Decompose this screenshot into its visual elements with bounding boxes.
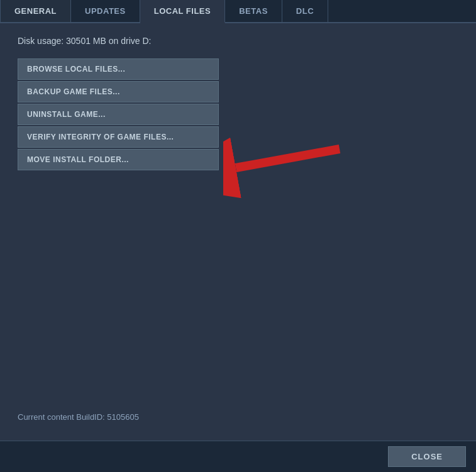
move-install-folder-button[interactable]: MOVE INSTALL FOLDER...: [18, 149, 219, 170]
main-content: Disk usage: 30501 MB on drive D: BROWSE …: [0, 23, 476, 441]
tab-updates[interactable]: UPDATES: [71, 0, 140, 22]
svg-line-1: [236, 149, 340, 168]
tab-general[interactable]: GENERAL: [0, 0, 71, 22]
tab-betas[interactable]: BETAS: [225, 0, 282, 22]
uninstall-game-button[interactable]: UNINSTALL GAME...: [18, 104, 219, 125]
arrow-annotation: [223, 133, 343, 202]
tab-bar: GENERAL UPDATES LOCAL FILES BETAS DLC: [0, 0, 476, 23]
steam-properties-window: GENERAL UPDATES LOCAL FILES BETAS DLC Di…: [0, 0, 476, 472]
backup-game-files-button[interactable]: BACKUP GAME FILES...: [18, 81, 219, 102]
close-button[interactable]: CLOSE: [388, 446, 466, 467]
action-buttons-list: BROWSE LOCAL FILES... BACKUP GAME FILES.…: [18, 58, 219, 170]
bottom-bar: CLOSE: [0, 441, 476, 472]
browse-local-files-button[interactable]: BROWSE LOCAL FILES...: [18, 58, 219, 80]
disk-usage-label: Disk usage: 30501 MB on drive D:: [18, 36, 458, 46]
verify-integrity-button[interactable]: VERIFY INTEGRITY OF GAME FILES...: [18, 126, 219, 148]
tab-dlc[interactable]: DLC: [282, 0, 328, 22]
build-id-label: Current content BuildID: 5105605: [18, 412, 458, 428]
tab-local-files[interactable]: LOCAL FILES: [140, 0, 225, 23]
